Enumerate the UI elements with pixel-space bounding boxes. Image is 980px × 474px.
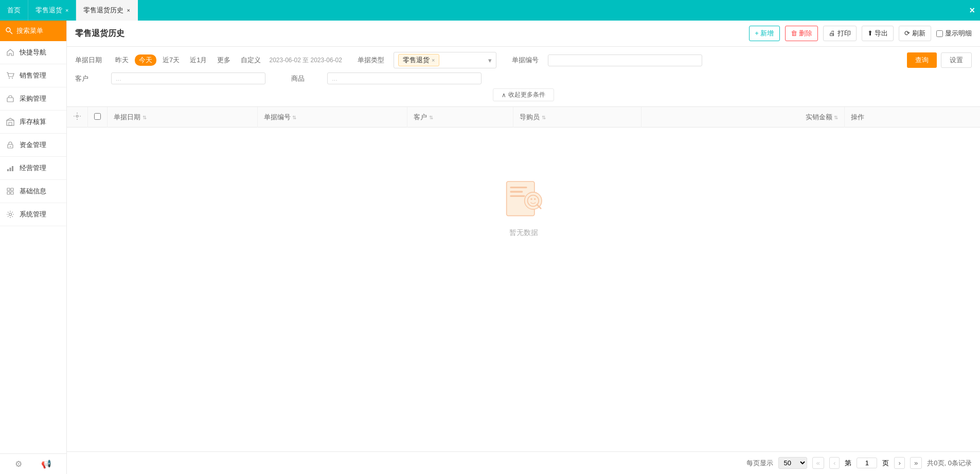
- filter-row-2: 客户 ... 商品 ...: [75, 72, 972, 84]
- home-icon: [5, 47, 15, 58]
- sidebar-item-purchase-label: 采购管理: [20, 94, 46, 103]
- voucher-filter-input[interactable]: [548, 54, 702, 66]
- tab-home[interactable]: 首页: [0, 0, 28, 21]
- sidebar-item-quick-nav-label: 快捷导航: [20, 48, 46, 57]
- th-settings: [67, 107, 88, 127]
- last-page-button[interactable]: »: [910, 457, 922, 469]
- sidebar-item-inventory[interactable]: 库存核算: [0, 111, 66, 134]
- th-guide[interactable]: 导购员: [513, 107, 642, 127]
- query-button[interactable]: 查询: [907, 52, 937, 68]
- pagination-bar: 每页显示 50 10 20 100 « ‹ 第 页 › » 共0页, 0条记录: [67, 451, 980, 474]
- svg-point-8: [10, 146, 11, 147]
- empty-icon: [498, 169, 549, 220]
- delete-button[interactable]: 🗑 删除: [785, 26, 818, 41]
- date-btn-yesterday[interactable]: 昨天: [111, 54, 133, 66]
- filter-area: 单据日期 昨天 今天 近7天 近1月 更多 自定义 2023-06-02 至 2…: [67, 47, 980, 107]
- type-filter-remove[interactable]: ×: [432, 57, 435, 63]
- date-btn-7days[interactable]: 近7天: [158, 54, 184, 66]
- page-size-select[interactable]: 50 10 20 100: [778, 457, 807, 469]
- sidebar-item-purchase[interactable]: 采购管理: [0, 87, 66, 111]
- show-detail-checkbox[interactable]: [936, 30, 943, 37]
- sidebar-item-system[interactable]: 系统管理: [0, 203, 66, 226]
- header-actions: + 新增 🗑 删除 🖨 打印 ⬆ 导出 ⟳ 刷新 显示明细: [749, 26, 972, 41]
- page-number-input[interactable]: [857, 458, 877, 468]
- first-page-button[interactable]: «: [812, 457, 824, 469]
- lock-icon: [5, 140, 15, 150]
- th-checkbox[interactable]: [88, 107, 108, 127]
- svg-rect-12: [7, 188, 10, 191]
- gear-bottom-icon[interactable]: ⚙: [15, 459, 22, 469]
- sidebar-item-sales[interactable]: 销售管理: [0, 64, 66, 87]
- svg-point-26: [534, 198, 536, 200]
- data-table: 单据日期 单据编号 客户 导购员 实销金额: [67, 107, 980, 127]
- prev-page-button[interactable]: ‹: [829, 457, 840, 469]
- page-suffix: 页: [882, 459, 889, 468]
- date-btn-1month[interactable]: 近1月: [186, 54, 211, 66]
- page-title: 零售退货历史: [75, 28, 124, 39]
- sidebar-item-sales-label: 销售管理: [20, 71, 46, 80]
- speaker-icon[interactable]: 📢: [41, 459, 51, 469]
- sidebar-item-system-label: 系统管理: [20, 210, 46, 219]
- svg-rect-15: [11, 192, 13, 194]
- refresh-button[interactable]: ⟳ 刷新: [899, 26, 931, 41]
- page-header: 零售退货历史 + 新增 🗑 删除 🖨 打印 ⬆ 导出 ⟳ 刷新 显示明细: [67, 21, 980, 47]
- sidebar-search-label: 搜索菜单: [16, 26, 43, 35]
- date-range-display: 2023-06-02 至 2023-06-02: [269, 56, 342, 65]
- customer-filter-select[interactable]: ...: [111, 72, 265, 84]
- sidebar-item-finance[interactable]: 资金管理: [0, 134, 66, 157]
- tab-retail-return-history-label: 零售退货历史: [83, 6, 123, 15]
- settings-button[interactable]: 设置: [941, 52, 972, 68]
- collapse-label: 收起更多条件: [508, 90, 545, 99]
- show-detail-checkbox-label: 显示明细: [936, 29, 972, 38]
- sidebar-item-inventory-label: 库存核算: [20, 117, 46, 126]
- search-icon: [5, 27, 13, 35]
- filter-row-1: 单据日期 昨天 今天 近7天 近1月 更多 自定义 2023-06-02 至 2…: [75, 52, 972, 68]
- svg-point-0: [6, 28, 10, 32]
- tab-retail-return-history[interactable]: 零售退货历史 ×: [76, 0, 137, 21]
- th-action: 操作: [845, 107, 980, 127]
- svg-point-25: [530, 198, 532, 200]
- export-button[interactable]: ⬆ 导出: [862, 26, 894, 41]
- svg-rect-20: [510, 191, 523, 192]
- th-customer[interactable]: 客户: [407, 107, 513, 127]
- tab-retail-return-close[interactable]: ×: [65, 7, 68, 13]
- collapse-button[interactable]: ∧ 收起更多条件: [493, 88, 554, 101]
- date-btn-today[interactable]: 今天: [135, 54, 156, 66]
- svg-point-3: [12, 78, 13, 79]
- svg-rect-14: [7, 192, 10, 194]
- empty-state: 暂无数据: [67, 127, 980, 279]
- sidebar-bottom: ⚙ 📢: [0, 453, 66, 474]
- window-close-button[interactable]: ×: [969, 5, 975, 16]
- svg-rect-19: [510, 187, 527, 188]
- sidebar-item-operations-label: 经营管理: [20, 163, 46, 173]
- th-amount[interactable]: 实销金额: [642, 107, 845, 127]
- date-btn-more[interactable]: 更多: [213, 54, 235, 66]
- cart-icon: [5, 70, 15, 81]
- th-date[interactable]: 单据日期: [108, 107, 258, 127]
- sidebar-item-quick-nav[interactable]: 快捷导航: [0, 41, 66, 64]
- sidebar-item-basic-info-label: 基础信息: [20, 187, 46, 196]
- new-button[interactable]: + 新增: [749, 26, 779, 41]
- sidebar-search[interactable]: 搜索菜单: [0, 21, 66, 41]
- settings-icon: [5, 209, 15, 220]
- svg-rect-13: [11, 188, 13, 191]
- sidebar-item-operations[interactable]: 经营管理: [0, 157, 66, 180]
- svg-rect-6: [9, 122, 12, 125]
- date-btn-custom[interactable]: 自定义: [237, 54, 265, 66]
- select-all-checkbox[interactable]: [94, 113, 101, 120]
- chart-icon: [5, 163, 15, 173]
- sidebar-item-basic-info[interactable]: 基础信息: [0, 180, 66, 203]
- grid-icon: [5, 186, 15, 196]
- empty-text: 暂无数据: [509, 228, 538, 238]
- type-filter-select[interactable]: 零售退货 × ▾: [394, 52, 496, 68]
- next-page-button[interactable]: ›: [894, 457, 904, 469]
- goods-filter-select[interactable]: ...: [327, 72, 482, 84]
- th-voucher-no[interactable]: 单据编号: [257, 107, 407, 127]
- tab-retail-return-label: 零售退货: [35, 6, 62, 15]
- table-header-row: 单据日期 单据编号 客户 导购员 实销金额: [67, 107, 980, 127]
- tab-retail-return-history-close[interactable]: ×: [127, 7, 130, 13]
- print-button[interactable]: 🖨 打印: [823, 26, 857, 41]
- collapse-row: ∧ 收起更多条件: [75, 88, 972, 101]
- tab-retail-return[interactable]: 零售退货 ×: [28, 0, 76, 21]
- svg-rect-5: [7, 120, 14, 125]
